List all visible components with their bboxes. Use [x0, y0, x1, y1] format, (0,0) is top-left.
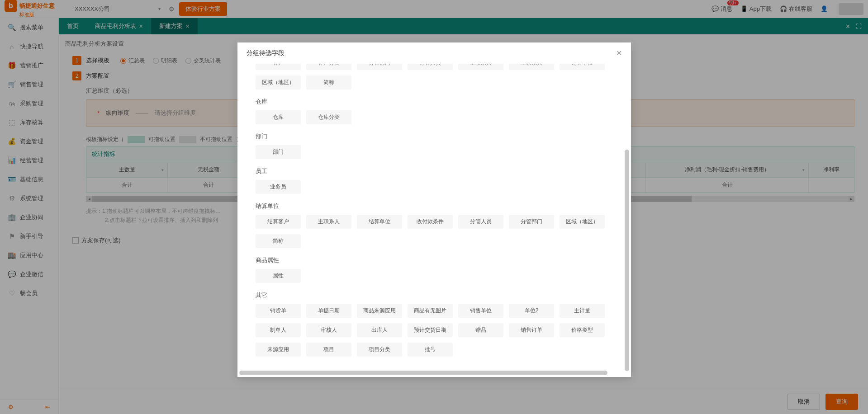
chip-row: 制单人 审核人 出库人 预计交货日期 赠品 销售订单 价格类型 — [256, 323, 613, 337]
modal-h-scrollbar[interactable] — [239, 371, 623, 375]
field-chip[interactable]: 制单人 — [256, 323, 301, 337]
chip-row: 部门 — [256, 145, 613, 159]
field-chip[interactable]: 业务员 — [256, 180, 301, 194]
field-chip[interactable]: 客户分类 — [306, 64, 351, 70]
field-chip[interactable]: 区域（地区） — [256, 75, 301, 89]
field-chip[interactable]: 结算单位 — [357, 215, 402, 229]
field-chip[interactable]: 出库人 — [357, 323, 402, 337]
field-chip[interactable]: 简称 — [256, 234, 301, 248]
field-chip[interactable]: 客户 — [256, 64, 301, 70]
field-chip[interactable]: 销货单 — [256, 304, 301, 318]
field-chip[interactable]: 价格类型 — [560, 323, 605, 337]
chip-row: 结算客户 主联系人 结算单位 收付款条件 分管人员 分管部门 区域（地区） — [256, 215, 613, 229]
chip-row: 属性 — [256, 269, 613, 283]
field-chip[interactable]: 销售订单 — [509, 323, 554, 337]
field-chip[interactable]: 主联系人 — [306, 215, 351, 229]
chip-row: 仓库 仓库分类 — [256, 110, 613, 124]
field-chip[interactable]: 赠品 — [458, 323, 503, 337]
field-chip[interactable]: 仓库 — [256, 110, 301, 124]
field-chip[interactable]: 单据日期 — [306, 304, 351, 318]
group-title: 仓库 — [256, 98, 613, 106]
field-chip[interactable]: 属性 — [256, 269, 301, 283]
modal-title: 分组待选字段 — [247, 49, 285, 57]
field-chip[interactable]: 仓库分类 — [306, 110, 351, 124]
chip-row: 业务员 — [256, 180, 613, 194]
field-chip[interactable]: 简称 — [306, 75, 351, 89]
field-chip[interactable]: 单位2 — [509, 304, 554, 318]
field-chip[interactable]: 分管人员 — [458, 215, 503, 229]
modal-v-scrollbar[interactable] — [625, 64, 629, 369]
field-chip[interactable]: 项目分类 — [357, 343, 402, 357]
group-title: 结算单位 — [256, 202, 613, 210]
group-title: 员工 — [256, 167, 613, 175]
close-icon[interactable]: ✕ — [616, 49, 622, 57]
field-chip[interactable]: 主联系人 — [458, 64, 503, 70]
group-title: 部门 — [256, 132, 613, 141]
chip-row: 简称 — [256, 234, 613, 248]
field-chip[interactable]: 分管部门 — [509, 215, 554, 229]
group-field-modal: 分组待选字段 ✕ 客户 客户分类 分管部门 分管人员 主联系人 主联系人 销售单… — [237, 42, 631, 377]
field-chip[interactable]: 商品来源应用 — [357, 304, 402, 318]
chip-row-partial: 客户 客户分类 分管部门 分管人员 主联系人 主联系人 销售单位 — [256, 64, 613, 70]
field-chip[interactable]: 区域（地区） — [560, 215, 605, 229]
field-chip[interactable]: 收付款条件 — [408, 215, 453, 229]
scrollbar-thumb[interactable] — [239, 371, 607, 375]
chip-row: 销货单 单据日期 商品来源应用 商品有无图片 销售单位 单位2 主计量 — [256, 304, 613, 318]
field-chip[interactable]: 结算客户 — [256, 215, 301, 229]
field-chip[interactable]: 销售单位 — [458, 304, 503, 318]
field-chip[interactable]: 销售单位 — [560, 64, 605, 70]
field-chip[interactable]: 分管人员 — [408, 64, 453, 70]
group-title: 其它 — [256, 291, 613, 299]
field-chip[interactable]: 来源应用 — [256, 343, 301, 357]
field-chip[interactable]: 项目 — [306, 343, 351, 357]
field-chip[interactable]: 审核人 — [306, 323, 351, 337]
field-chip[interactable]: 部门 — [256, 145, 301, 159]
field-chip[interactable]: 主联系人 — [509, 64, 554, 70]
group-title: 商品属性 — [256, 256, 613, 264]
field-chip[interactable]: 商品有无图片 — [408, 304, 453, 318]
field-chip[interactable]: 预计交货日期 — [408, 323, 453, 337]
field-chip[interactable]: 主计量 — [560, 304, 605, 318]
chip-row: 区域（地区） 简称 — [256, 75, 613, 89]
chip-row: 来源应用 项目 项目分类 批号 — [256, 343, 613, 357]
field-chip[interactable]: 批号 — [408, 343, 453, 357]
field-chip[interactable]: 分管部门 — [357, 64, 402, 70]
scrollbar-thumb[interactable] — [625, 150, 629, 371]
